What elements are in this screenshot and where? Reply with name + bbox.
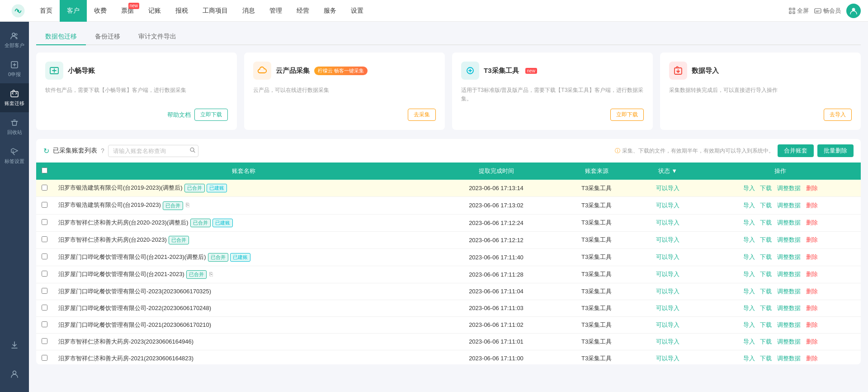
action-调整数据[interactable]: 调整数据 bbox=[777, 253, 801, 260]
tab-data-migration[interactable]: 数据包迁移 bbox=[36, 29, 86, 45]
nav-item-fee[interactable]: 收费 bbox=[87, 0, 114, 22]
action-导入[interactable]: 导入 bbox=[743, 185, 755, 191]
data-import-btn[interactable]: 去导入 bbox=[824, 109, 852, 121]
col-status[interactable]: 状态 ▼ bbox=[635, 163, 700, 180]
action-删除[interactable]: 删除 bbox=[806, 202, 818, 209]
nav-item-operation[interactable]: 经营 bbox=[289, 0, 316, 22]
action-调整数据[interactable]: 调整数据 bbox=[777, 271, 801, 277]
xiao-chang-help-link[interactable]: 帮助文档 bbox=[167, 111, 191, 119]
row-checkbox[interactable] bbox=[42, 236, 47, 242]
sidebar-item-user[interactable] bbox=[0, 359, 29, 388]
action-删除[interactable]: 删除 bbox=[806, 185, 818, 191]
nav-item-service[interactable]: 服务 bbox=[316, 0, 344, 22]
sidebar-item-download[interactable] bbox=[0, 330, 29, 359]
search-button[interactable] bbox=[189, 147, 196, 155]
nav-item-message[interactable]: 消息 bbox=[235, 0, 262, 22]
help-icon[interactable]: ? bbox=[101, 147, 104, 154]
nav-item-business[interactable]: 工商项目 bbox=[195, 0, 235, 22]
table-toolbar: ↻ 已采集账套列表 ? ⓘ 采集、下载的文件，有效期半年，有效期内可以导入到系统… bbox=[36, 139, 861, 163]
action-删除[interactable]: 删除 bbox=[806, 305, 818, 311]
sidebar-item-account-migration[interactable]: 账套迁移 bbox=[0, 83, 29, 112]
action-调整数据[interactable]: 调整数据 bbox=[777, 236, 801, 243]
user-avatar[interactable] bbox=[846, 4, 861, 18]
row-checkbox[interactable] bbox=[42, 355, 47, 361]
action-导入[interactable]: 导入 bbox=[743, 202, 755, 209]
action-下载[interactable]: 下载 bbox=[760, 202, 772, 209]
action-调整数据[interactable]: 调整数据 bbox=[777, 305, 801, 311]
nav-item-client[interactable]: 客户 bbox=[60, 0, 87, 22]
action-调整数据[interactable]: 调整数据 bbox=[777, 338, 801, 345]
status-badge: 可以导入 bbox=[656, 305, 679, 311]
action-导入[interactable]: 导入 bbox=[743, 271, 755, 277]
action-调整数据[interactable]: 调整数据 bbox=[777, 185, 801, 191]
fullscreen-btn[interactable]: 全屏 bbox=[789, 7, 809, 15]
sidebar-item-tag-settings[interactable]: 标签设置 bbox=[0, 141, 29, 170]
member-btn[interactable]: 畅会员 bbox=[814, 7, 841, 15]
action-删除[interactable]: 删除 bbox=[806, 321, 818, 328]
row-checkbox[interactable] bbox=[42, 321, 47, 327]
select-all-checkbox[interactable] bbox=[42, 167, 47, 173]
row-checkbox[interactable] bbox=[42, 271, 47, 277]
action-调整数据[interactable]: 调整数据 bbox=[777, 321, 801, 328]
cloud-collect-btn[interactable]: 去采集 bbox=[408, 109, 436, 121]
copy-icon[interactable]: ⎘ bbox=[186, 201, 189, 208]
action-调整数据[interactable]: 调整数据 bbox=[777, 288, 801, 295]
action-删除[interactable]: 删除 bbox=[806, 271, 818, 277]
action-导入[interactable]: 导入 bbox=[743, 338, 755, 345]
merge-btn[interactable]: 合并账套 bbox=[778, 144, 814, 157]
row-checkbox[interactable] bbox=[42, 288, 47, 294]
row-checkbox[interactable] bbox=[42, 185, 47, 191]
action-导入[interactable]: 导入 bbox=[743, 253, 755, 260]
action-导入[interactable]: 导入 bbox=[743, 288, 755, 295]
nav-item-tax[interactable]: 报税 bbox=[168, 0, 195, 22]
tab-backup-migration[interactable]: 备份迁移 bbox=[86, 29, 129, 45]
row-name: 汨罗市智祥仁济和善大药房(台2020-2023)已合并 bbox=[53, 231, 434, 249]
nav-item-home[interactable]: 首页 bbox=[33, 0, 60, 22]
nav-item-settings[interactable]: 设置 bbox=[344, 0, 371, 22]
row-checkbox[interactable] bbox=[42, 253, 47, 259]
nav-item-bookkeeping[interactable]: 记账 bbox=[141, 0, 168, 22]
action-删除[interactable]: 删除 bbox=[806, 219, 818, 226]
nav-item-manage[interactable]: 管理 bbox=[262, 0, 289, 22]
batch-delete-btn[interactable]: 批量删除 bbox=[817, 144, 854, 157]
row-checkbox[interactable] bbox=[42, 202, 47, 208]
action-调整数据[interactable]: 调整数据 bbox=[777, 355, 801, 362]
action-导入[interactable]: 导入 bbox=[743, 236, 755, 243]
action-下载[interactable]: 下载 bbox=[760, 236, 772, 243]
row-checkbox[interactable] bbox=[42, 305, 47, 311]
action-下载[interactable]: 下载 bbox=[760, 185, 772, 191]
sidebar-item-recycle[interactable]: 回收站 bbox=[0, 112, 29, 141]
sidebar-item-zero-report[interactable]: 0申报 bbox=[0, 54, 29, 83]
action-删除[interactable]: 删除 bbox=[806, 253, 818, 260]
action-separator bbox=[757, 253, 759, 260]
search-input[interactable] bbox=[108, 145, 198, 157]
action-删除[interactable]: 删除 bbox=[806, 355, 818, 362]
action-删除[interactable]: 删除 bbox=[806, 288, 818, 295]
action-下载[interactable]: 下载 bbox=[760, 338, 772, 345]
action-导入[interactable]: 导入 bbox=[743, 219, 755, 226]
action-下载[interactable]: 下载 bbox=[760, 288, 772, 295]
action-调整数据[interactable]: 调整数据 bbox=[777, 219, 801, 226]
action-下载[interactable]: 下载 bbox=[760, 305, 772, 311]
action-导入[interactable]: 导入 bbox=[743, 355, 755, 362]
app-logo[interactable] bbox=[7, 0, 29, 22]
action-删除[interactable]: 删除 bbox=[806, 236, 818, 243]
copy-icon[interactable]: ⎘ bbox=[209, 271, 213, 277]
sidebar-item-all-clients[interactable]: 全部客户 bbox=[0, 25, 29, 54]
tab-audit-export[interactable]: 审计文件导出 bbox=[129, 29, 185, 45]
action-下载[interactable]: 下载 bbox=[760, 219, 772, 226]
action-下载[interactable]: 下载 bbox=[760, 355, 772, 362]
row-checkbox[interactable] bbox=[42, 338, 47, 344]
action-下载[interactable]: 下载 bbox=[760, 253, 772, 260]
action-下载[interactable]: 下载 bbox=[760, 321, 772, 328]
action-导入[interactable]: 导入 bbox=[743, 321, 755, 328]
refresh-icon[interactable]: ↻ bbox=[43, 147, 49, 155]
xiao-chang-download-btn[interactable]: 立即下载 bbox=[194, 109, 228, 121]
row-checkbox[interactable] bbox=[42, 219, 47, 225]
action-删除[interactable]: 删除 bbox=[806, 338, 818, 345]
t3-download-btn[interactable]: 立即下载 bbox=[610, 109, 644, 121]
nav-item-invoice[interactable]: 票据new bbox=[114, 0, 141, 22]
action-调整数据[interactable]: 调整数据 bbox=[777, 202, 801, 209]
action-导入[interactable]: 导入 bbox=[743, 305, 755, 311]
action-下载[interactable]: 下载 bbox=[760, 271, 772, 277]
